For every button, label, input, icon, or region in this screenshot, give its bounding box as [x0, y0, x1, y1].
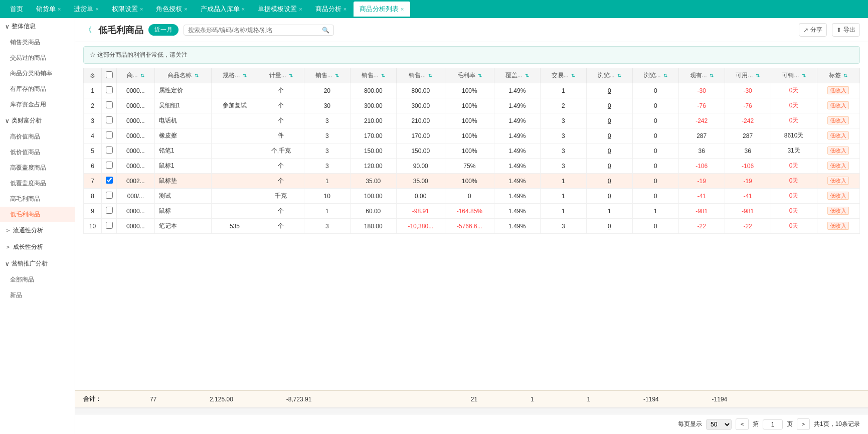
- sidebar-item-stocked-goods[interactable]: 有库存的商品: [0, 81, 75, 97]
- search-input[interactable]: [188, 27, 319, 34]
- cell-browse1[interactable]: 0: [586, 189, 632, 204]
- browse1-link[interactable]: 0: [608, 178, 611, 185]
- cell-browse1[interactable]: 0: [586, 128, 632, 143]
- nav-template-close[interactable]: ×: [299, 6, 302, 12]
- sidebar-item-low-value[interactable]: 低价值商品: [0, 144, 75, 160]
- nav-home[interactable]: 首页: [4, 2, 29, 17]
- nav-product-analysis[interactable]: 商品分析 ×: [309, 2, 353, 17]
- cell-name[interactable]: 笔记本: [154, 219, 211, 234]
- row-checkbox[interactable]: [106, 147, 113, 154]
- col-browse2[interactable]: 浏览... ⇅: [632, 68, 678, 83]
- nav-sales-close[interactable]: ×: [58, 6, 61, 12]
- cell-browse1[interactable]: 0: [586, 174, 632, 189]
- col-gross-rate[interactable]: 毛利率 ⇅: [445, 68, 494, 83]
- cell-name[interactable]: 鼠标垫: [154, 174, 211, 189]
- col-sale-price[interactable]: 销售... ⇅: [350, 68, 396, 83]
- table-wrapper[interactable]: ⚙ 商... ⇅ 商品名称 ⇅: [75, 68, 868, 390]
- col-browse1[interactable]: 浏览... ⇅: [586, 68, 632, 83]
- nav-product-analysis-close[interactable]: ×: [343, 6, 346, 12]
- col-sale-amount[interactable]: 销售... ⇅: [396, 68, 445, 83]
- col-current[interactable]: 现有... ⇅: [678, 68, 725, 83]
- cell-name[interactable]: 橡皮擦: [154, 128, 211, 143]
- select-all-checkbox[interactable]: [106, 71, 113, 78]
- sidebar-item-sales-goods[interactable]: 销售类商品: [0, 35, 75, 50]
- filter-recent-month-btn[interactable]: 近一月: [148, 24, 179, 36]
- col-sale-qty[interactable]: 销售... ⇅: [304, 68, 350, 83]
- col-tag[interactable]: 标签 ⇅: [817, 68, 859, 83]
- sidebar-item-new-goods[interactable]: 新品: [0, 287, 75, 303]
- cell-browse1[interactable]: 0: [586, 113, 632, 128]
- col-usable[interactable]: 可用... ⇅: [725, 68, 771, 83]
- nav-role-auth-close[interactable]: ×: [184, 6, 187, 12]
- col-cover[interactable]: 覆盖... ⇅: [494, 68, 540, 83]
- col-trade[interactable]: 交易... ⇅: [540, 68, 586, 83]
- nav-purchase[interactable]: 进货单 ×: [68, 2, 104, 17]
- row-checkbox[interactable]: [106, 86, 113, 93]
- sidebar-group-growth[interactable]: ＞ 成长性分析: [0, 239, 75, 255]
- sidebar-group-wealth[interactable]: ∨ 类财富分析: [0, 112, 75, 129]
- row-checkbox[interactable]: [106, 222, 113, 229]
- nav-analysis-list-close[interactable]: ×: [401, 6, 404, 12]
- cell-browse1[interactable]: 0: [586, 219, 632, 234]
- cell-browse1[interactable]: 1: [586, 204, 632, 219]
- nav-permissions-close[interactable]: ×: [140, 6, 143, 12]
- browse1-link[interactable]: 0: [608, 87, 611, 94]
- col-name[interactable]: 商品名称 ⇅: [154, 68, 211, 83]
- cell-browse1[interactable]: 0: [586, 98, 632, 113]
- cell-name[interactable]: 测试: [154, 189, 211, 204]
- sidebar-item-high-margin[interactable]: 高毛利商品: [0, 191, 75, 207]
- cell-name[interactable]: 鼠标: [154, 204, 211, 219]
- col-spec[interactable]: 规格... ⇅: [211, 68, 258, 83]
- browse1-link[interactable]: 0: [608, 132, 611, 139]
- row-checkbox[interactable]: [106, 162, 113, 169]
- page-number-input[interactable]: [763, 419, 783, 429]
- row-checkbox[interactable]: [106, 116, 113, 123]
- nav-purchase-close[interactable]: ×: [95, 6, 98, 12]
- sidebar-item-low-margin[interactable]: 低毛利商品: [0, 207, 75, 222]
- nav-permissions[interactable]: 权限设置 ×: [106, 2, 149, 17]
- cell-name[interactable]: 属性定价: [154, 83, 211, 98]
- browse1-link[interactable]: 0: [608, 117, 611, 124]
- browse1-link[interactable]: 0: [608, 163, 611, 170]
- next-page-btn[interactable]: ＞: [797, 418, 810, 430]
- nav-product-entry[interactable]: 产成品入库单 ×: [195, 2, 251, 17]
- sidebar-item-all-goods[interactable]: 全部商品: [0, 272, 75, 287]
- row-checkbox[interactable]: [106, 131, 113, 138]
- export-button[interactable]: ⬆ 导出: [832, 23, 860, 37]
- nav-sales[interactable]: 销货单 ×: [30, 2, 67, 17]
- cell-name[interactable]: 鼠标1: [154, 159, 211, 174]
- row-checkbox[interactable]: [106, 177, 113, 184]
- share-button[interactable]: ↗ 分享: [799, 23, 827, 37]
- col-saleable[interactable]: 可销... ⇅: [771, 68, 817, 83]
- nav-product-entry-close[interactable]: ×: [242, 6, 245, 12]
- row-checkbox[interactable]: [106, 192, 113, 199]
- sidebar-collapse-btn[interactable]: 《: [83, 25, 93, 35]
- col-unit[interactable]: 计量... ⇅: [258, 68, 304, 83]
- prev-page-btn[interactable]: ＜: [736, 418, 749, 430]
- cell-name[interactable]: 吴细细1: [154, 98, 211, 113]
- sidebar-item-traded-goods[interactable]: 交易过的商品: [0, 50, 75, 66]
- sidebar-item-low-coverage[interactable]: 低覆盖度商品: [0, 176, 75, 191]
- cell-browse1[interactable]: 0: [586, 143, 632, 159]
- sidebar-group-overall[interactable]: ∨ 整体信息: [0, 18, 75, 35]
- row-checkbox[interactable]: [106, 101, 113, 108]
- col-gear[interactable]: ⚙: [84, 68, 102, 83]
- per-page-select[interactable]: 50 100: [706, 419, 732, 430]
- browse1-link[interactable]: 0: [608, 102, 611, 109]
- nav-template[interactable]: 单据模板设置 ×: [252, 2, 308, 17]
- browse1-link[interactable]: 0: [608, 193, 611, 200]
- search-icon[interactable]: 🔍: [322, 27, 329, 34]
- browse1-link[interactable]: 0: [608, 148, 611, 155]
- cell-browse1[interactable]: 0: [586, 83, 632, 98]
- sidebar-group-marketing[interactable]: ∨ 营销推广分析: [0, 255, 75, 272]
- sidebar-item-high-value[interactable]: 高价值商品: [0, 129, 75, 144]
- browse1-link[interactable]: 1: [608, 208, 611, 215]
- sidebar-item-high-coverage[interactable]: 高覆盖度商品: [0, 160, 75, 176]
- row-checkbox[interactable]: [106, 207, 113, 214]
- cell-name[interactable]: 电话机: [154, 113, 211, 128]
- sidebar-item-category-rate[interactable]: 商品分类助销率: [0, 66, 75, 81]
- col-code[interactable]: 商... ⇅: [117, 68, 155, 83]
- nav-analysis-list[interactable]: 商品分析列表 ×: [354, 2, 410, 17]
- cell-name[interactable]: 铅笔1: [154, 143, 211, 159]
- cell-browse1[interactable]: 0: [586, 159, 632, 174]
